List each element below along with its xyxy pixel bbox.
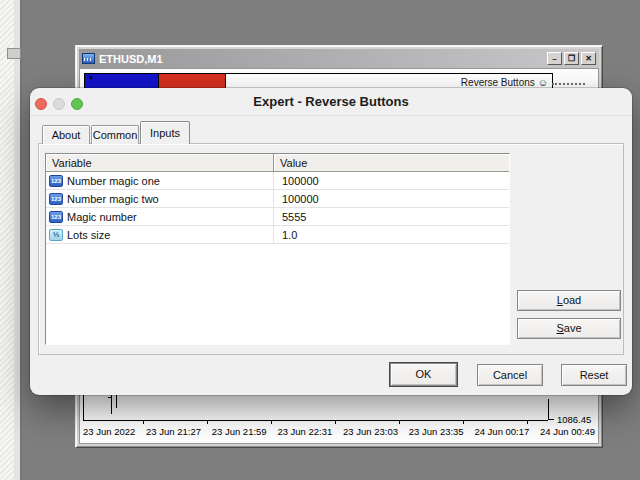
chart-icon xyxy=(82,53,95,64)
axis-tick xyxy=(207,421,208,424)
screen: ETHUSD,M1 – ❐ ✕ ▼ Reverse Buttons ☺ xyxy=(0,0,640,480)
candlestick xyxy=(111,394,112,414)
variable-value[interactable]: 100000 xyxy=(274,175,509,187)
reverse-buttons-label: Reverse Buttons xyxy=(461,77,535,88)
axis-tick xyxy=(399,421,400,424)
time-label: 23 Jun 22:31 xyxy=(277,426,332,437)
titlebar-divider xyxy=(30,115,632,116)
obscured-text-fragment xyxy=(552,83,585,87)
table-row[interactable]: 123 Number magic one 100000 xyxy=(46,172,509,190)
variable-value[interactable]: 1.0 xyxy=(274,229,509,241)
tab-common[interactable]: Common xyxy=(91,125,139,144)
ok-button[interactable]: OK xyxy=(390,363,457,386)
variable-value[interactable]: 100000 xyxy=(274,193,509,205)
chart-frame-left xyxy=(83,393,84,420)
reset-button[interactable]: Reset xyxy=(561,364,627,386)
variable-name: Number magic one xyxy=(67,175,160,187)
tab-inputs[interactable]: Inputs xyxy=(140,121,190,144)
axis-tick xyxy=(335,421,336,424)
variable-value[interactable]: 5555 xyxy=(274,211,509,223)
dropdown-arrow-icon[interactable]: ▼ xyxy=(88,75,94,81)
variable-name: Magic number xyxy=(67,211,137,223)
axis-tick xyxy=(463,421,464,424)
background-scrollbar-fragment xyxy=(7,48,21,59)
time-label: 23 Jun 21:27 xyxy=(146,426,201,437)
chart-window-titlebar[interactable]: ETHUSD,M1 – ❐ ✕ xyxy=(79,49,599,68)
load-button[interactable]: Load xyxy=(517,290,621,311)
maximize-button[interactable]: ❐ xyxy=(564,52,579,65)
table-row[interactable]: ½ Lots size 1.0 xyxy=(46,226,509,244)
time-axis-line xyxy=(83,420,548,421)
chart-frame-right xyxy=(548,399,549,420)
time-label: 23 Jun 2022 xyxy=(83,426,135,437)
time-axis-labels: 23 Jun 2022 23 Jun 21:27 23 Jun 21:59 23… xyxy=(83,426,595,437)
price-tick xyxy=(549,419,554,420)
column-header-variable[interactable]: Variable xyxy=(46,154,274,171)
time-label: 24 Jun 00:49 xyxy=(540,426,595,437)
minimize-button[interactable]: – xyxy=(547,52,562,65)
tab-about[interactable]: About xyxy=(42,125,90,144)
integer-type-icon: 123 xyxy=(49,193,63,205)
chart-window-title: ETHUSD,M1 xyxy=(99,53,547,65)
table-row[interactable]: 123 Magic number 5555 xyxy=(46,208,509,226)
expert-properties-dialog: Expert - Reverse Buttons About Common In… xyxy=(30,88,632,395)
variable-name: Lots size xyxy=(67,229,110,241)
time-label: 24 Jun 00:17 xyxy=(474,426,529,437)
save-button[interactable]: Save xyxy=(517,318,621,339)
time-label: 23 Jun 23:03 xyxy=(343,426,398,437)
table-row[interactable]: 123 Number magic two 100000 xyxy=(46,190,509,208)
integer-type-icon: 123 xyxy=(49,211,63,223)
double-type-icon: ½ xyxy=(49,229,63,241)
inputs-table[interactable]: Variable Value 123 Number magic one 1000… xyxy=(45,153,510,345)
variable-name: Number magic two xyxy=(67,193,159,205)
integer-type-icon: 123 xyxy=(49,175,63,187)
smiley-icon: ☺ xyxy=(538,77,548,88)
cancel-button[interactable]: Cancel xyxy=(477,364,543,386)
column-header-value[interactable]: Value xyxy=(274,154,509,171)
close-button[interactable]: ✕ xyxy=(581,52,596,65)
price-axis-label: 1086.45 xyxy=(557,414,591,425)
time-label: 23 Jun 21:59 xyxy=(212,426,267,437)
background-window-edge xyxy=(14,0,22,480)
axis-tick xyxy=(527,421,528,424)
candlestick-notch xyxy=(108,397,111,398)
axis-tick xyxy=(143,421,144,424)
table-header: Variable Value xyxy=(46,154,509,172)
background-left-strip xyxy=(0,0,14,480)
dialog-title: Expert - Reverse Buttons xyxy=(30,94,632,109)
window-controls: – ❐ ✕ xyxy=(547,52,596,65)
axis-tick xyxy=(271,421,272,424)
time-label: 23 Jun 23:35 xyxy=(409,426,464,437)
